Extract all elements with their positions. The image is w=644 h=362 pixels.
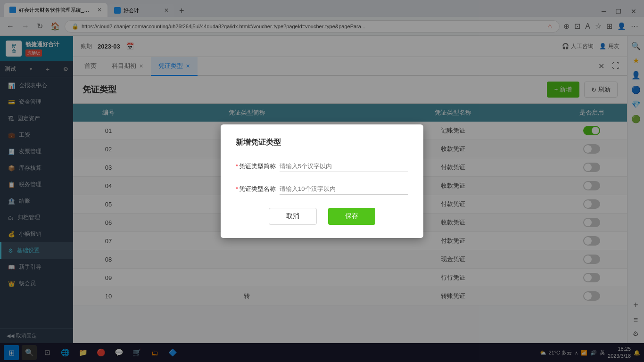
dialog-overlay[interactable]: 新增凭证类型 * 凭证类型简称 * 凭证类型名称 取消 保存 <box>0 0 644 362</box>
save-btn[interactable]: 保存 <box>328 208 375 225</box>
dialog-title: 新增凭证类型 <box>236 138 408 148</box>
dialog: 新增凭证类型 * 凭证类型简称 * 凭证类型名称 取消 保存 <box>221 124 423 238</box>
shortname-form-item: * 凭证类型简称 <box>236 161 408 172</box>
fullname-form-item: * 凭证类型名称 <box>236 183 408 195</box>
dialog-footer: 取消 保存 <box>236 208 408 225</box>
shortname-label: 凭证类型简称 <box>239 162 276 171</box>
fullname-label: 凭证类型名称 <box>239 185 276 193</box>
fullname-input[interactable] <box>280 183 408 195</box>
shortname-input[interactable] <box>280 161 408 172</box>
required-mark-2: * <box>236 185 238 192</box>
cancel-btn[interactable]: 取消 <box>269 208 317 225</box>
required-mark-1: * <box>236 163 238 170</box>
